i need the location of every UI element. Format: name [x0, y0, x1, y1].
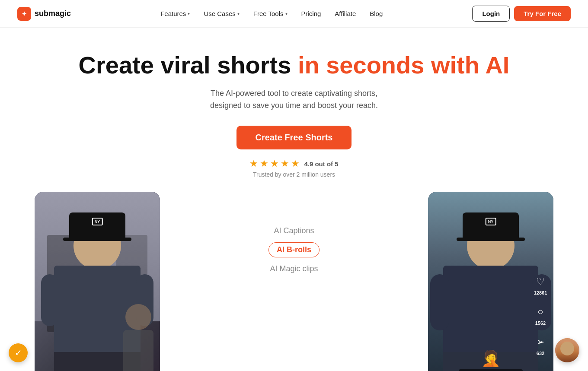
- comment-group: ○ 1562: [533, 304, 548, 326]
- caption-overlay: 🤦 YEAH I HAVE: [428, 349, 553, 371]
- star-2: ★: [260, 158, 268, 169]
- right-hat-logo: NY: [486, 218, 496, 225]
- chevron-down-icon: ▾: [188, 11, 190, 16]
- hero-section: Create viral shorts in seconds with AI T…: [0, 28, 588, 178]
- bg-person-body: [123, 330, 153, 371]
- bg-person-head: [125, 304, 151, 330]
- star-1: ★: [249, 158, 258, 169]
- rating-trust-text: Trusted by over 2 million users: [253, 171, 335, 178]
- right-video-card: NY ♡ 12861 ○ 1562: [428, 192, 553, 371]
- star-3: ★: [270, 158, 279, 169]
- chat-icon: ✓: [15, 348, 22, 358]
- caption-text: YEAH I HAVE: [459, 369, 523, 371]
- caption-emoji: 🤦: [428, 349, 553, 368]
- navbar: ✦ submagic Features ▾ Use Cases ▾ Free T…: [0, 0, 588, 28]
- nav-pricing[interactable]: Pricing: [295, 6, 327, 21]
- brand-name: submagic: [35, 9, 71, 18]
- support-avatar-image: [555, 338, 579, 362]
- right-video-bg: NY ♡ 12861 ○ 1562: [428, 192, 553, 371]
- like-count: 12861: [534, 290, 547, 295]
- heart-icon: ♡: [533, 274, 548, 289]
- right-tshirt: [443, 266, 538, 352]
- feature-ai-magic-clips[interactable]: AI Magic clips: [270, 264, 318, 273]
- feature-ai-captions[interactable]: AI Captions: [274, 226, 314, 235]
- login-button[interactable]: Login: [472, 6, 510, 22]
- right-hat-brim: [457, 238, 525, 241]
- chevron-down-icon: ▾: [237, 11, 240, 16]
- rating-row: ★ ★ ★ ★ ★ 4.9 out of 5 Trusted by over 2…: [17, 158, 571, 178]
- like-group: ♡ 12861: [533, 274, 548, 295]
- comment-count: 1562: [535, 320, 546, 326]
- nav-use-cases[interactable]: Use Cases ▾: [198, 6, 245, 21]
- hat-brim: [63, 238, 131, 241]
- create-free-shorts-button[interactable]: Create Free Shorts: [236, 126, 352, 149]
- right-person-container: NY: [435, 209, 547, 371]
- video-section: NY AI Capt: [0, 192, 588, 371]
- nav-features[interactable]: Features ▾: [154, 6, 196, 21]
- nav-links: Features ▾ Use Cases ▾ Free Tools ▾ Pric…: [154, 6, 389, 21]
- features-column: AI Captions AI B-rolls AI Magic clips: [160, 192, 428, 308]
- right-hat-body: NY: [463, 212, 519, 238]
- star-4: ★: [281, 158, 289, 169]
- logo-icon: ✦: [17, 7, 31, 21]
- nav-blog[interactable]: Blog: [364, 6, 389, 21]
- support-head: [560, 342, 574, 355]
- left-arm-left: [41, 274, 58, 326]
- nav-actions: Login Try For Free: [472, 6, 571, 22]
- background-person: [121, 304, 156, 371]
- hero-title: Create viral shorts in seconds with AI: [17, 52, 571, 79]
- right-person-head: NY: [467, 218, 514, 264]
- support-avatar-button[interactable]: [555, 338, 579, 362]
- left-video-card: NY: [35, 192, 160, 371]
- hat-logo: NY: [92, 218, 103, 225]
- try-for-free-button[interactable]: Try For Free: [514, 6, 571, 21]
- rating-score: 4.9 out of 5: [304, 160, 338, 168]
- share-icon: ➢: [533, 334, 548, 350]
- logo[interactable]: ✦ submagic: [17, 7, 71, 21]
- hero-subtitle: The AI-powered tool to create captivatin…: [17, 87, 571, 112]
- left-video-bg: NY: [35, 192, 160, 371]
- right-arm-left: [430, 274, 449, 330]
- nav-free-tools[interactable]: Free Tools ▾: [247, 6, 294, 21]
- star-5: ★: [291, 158, 300, 169]
- hat-body: NY: [69, 212, 125, 238]
- comment-icon: ○: [533, 304, 548, 320]
- left-person-head: NY: [74, 218, 121, 264]
- chat-widget-button[interactable]: ✓: [9, 343, 28, 362]
- social-overlay: ♡ 12861 ○ 1562 ➢ 632: [533, 274, 548, 356]
- chevron-down-icon: ▾: [285, 11, 288, 16]
- star-rating: ★ ★ ★ ★ ★: [249, 158, 300, 169]
- feature-ai-brolls[interactable]: AI B-rolls: [268, 242, 320, 257]
- nav-affiliate[interactable]: Affiliate: [329, 6, 362, 21]
